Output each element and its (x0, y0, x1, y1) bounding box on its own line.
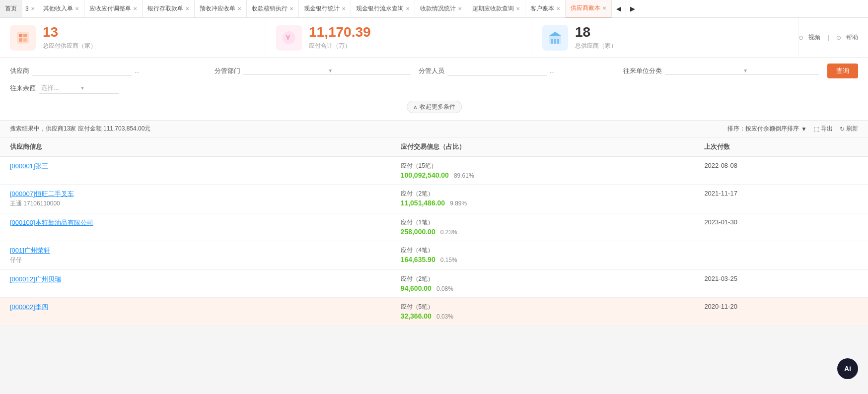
nav-tab-prepay-ar[interactable]: 预收冲应收单 ✕ (195, 0, 247, 18)
pay-label: 应付（1笔） (401, 218, 685, 227)
dept-select[interactable]: ▼ (243, 67, 411, 75)
filter-row-2: 往来余额 选择... ▼ (10, 82, 858, 94)
close-collection-exec[interactable]: ✕ (289, 6, 293, 11)
close-customer-ledger[interactable]: ✕ (556, 6, 560, 11)
nav-tab-ar-ap-adjust[interactable]: 应收应付调整单 ✕ (84, 0, 143, 18)
nav-tab-supplier-ledger-label: 供应商账本 (571, 4, 600, 12)
suppliers-label: 总应付供应商（家） (43, 42, 96, 50)
pay-amount: 94,600.00 (401, 284, 432, 292)
supplier-link[interactable]: [000012]广州贝瑞 (10, 275, 61, 283)
table-wrapper: 供应商信息 应付交易信息（占比） 上次付数 [000001]张三应付（15笔）1… (0, 137, 868, 326)
help-link[interactable]: 帮助 (846, 33, 858, 42)
close-collection-stat[interactable]: ✕ (458, 6, 462, 11)
close-cash-bank-flow[interactable]: ✕ (406, 6, 410, 11)
table-header-row: 供应商信息 应付交易信息（占比） 上次付数 (0, 137, 868, 157)
nav-tab-3[interactable]: 3 ✕ (22, 0, 38, 18)
supplier-table: 供应商信息 应付交易信息（占比） 上次付数 [000001]张三应付（15笔）1… (0, 137, 868, 326)
result-bar: 搜索结果中，供应商13家 应付金额 111,703,854.00元 排序：按应付… (0, 121, 868, 137)
summary-info-total-suppliers: 18 总供应商（家） (575, 25, 617, 51)
collapse-button[interactable]: ∧ 收起更多条件 (407, 101, 462, 113)
circle-icon2: ⊙ (836, 34, 841, 41)
supplier-label: 供应商 (10, 66, 29, 75)
close-bank-deposit[interactable]: ✕ (185, 6, 189, 11)
close-cash-bank-stat[interactable]: ✕ (342, 6, 346, 11)
pay-info-cell: 应付（5笔）32,366.000.03% (391, 298, 695, 326)
export-button[interactable]: ⬚ 导出 (814, 125, 833, 133)
close-tab-3[interactable]: ✕ (31, 6, 35, 11)
balance-select[interactable]: 选择... ▼ (39, 82, 119, 94)
pay-amount: 32,366.00 (401, 312, 432, 320)
supplier-link[interactable]: [000001]张三 (10, 162, 48, 170)
supplier-dots: ... (135, 67, 140, 74)
supplier-info-cell: [001]广州荣轩仔仔 (0, 241, 391, 270)
category-select[interactable]: ▼ (665, 67, 820, 75)
pay-info-cell: 应付（1笔）258,000.000.23% (391, 213, 695, 241)
summary-links: ⊙ 视频 ｜ ⊙ 帮助 (798, 33, 868, 42)
close-ar-ap-adjust[interactable]: ✕ (133, 6, 137, 11)
nav-tab-home[interactable]: 首页 (0, 0, 22, 18)
supplier-info-cell: [000007]恒旺二手叉车王通 17106110000 (0, 185, 391, 213)
nav-next-button[interactable]: ▶ (626, 0, 640, 18)
svg-rect-1 (19, 34, 22, 37)
nav-tab-collection-stat-label: 收款情况统计 (420, 4, 456, 13)
table-row: [000012]广州贝瑞应付（2笔）94,600.000.08%2021-03-… (0, 270, 868, 298)
last-pay-cell (694, 241, 868, 270)
nav-tab-supplier-ledger[interactable]: 供应商账本 ✕ (566, 0, 612, 18)
export-icon: ⬚ (814, 126, 819, 132)
nav-tab-bank-deposit-label: 银行存取款单 (147, 4, 183, 13)
search-button[interactable]: 查询 (827, 64, 858, 78)
nav-tab-prepay-ar-label: 预收冲应收单 (200, 4, 235, 13)
supplier-link[interactable]: [001]广州荣轩 (10, 247, 50, 254)
table-row: [000100]本特勤油品有限公司应付（1笔）258,000.000.23%20… (0, 213, 868, 241)
category-arrow-icon: ▼ (743, 68, 817, 73)
table-row: [000001]张三应付（15笔）100,092,540.0089.61%202… (0, 157, 868, 185)
table-row: [000002]李四应付（5笔）32,366.000.03%2020-11-20 (0, 298, 868, 326)
nav-tab-cash-bank-flow[interactable]: 现金银行流水查询 ✕ (351, 0, 415, 18)
svg-text:¥: ¥ (286, 34, 290, 42)
refresh-label: 刷新 (846, 125, 858, 133)
svg-rect-8 (551, 39, 553, 44)
nav-tab-other-income[interactable]: 其他收入单 ✕ (38, 0, 84, 18)
close-supplier-ledger[interactable]: ✕ (602, 5, 606, 11)
refresh-icon: ↻ (840, 126, 845, 132)
refresh-button[interactable]: ↻ 刷新 (840, 125, 858, 133)
video-link[interactable]: 视频 (808, 33, 820, 42)
total-suppliers-label: 总供应商（家） (575, 42, 617, 50)
category-filter: 往来单位分类 ▼ (623, 66, 820, 75)
dept-label: 分管部门 (215, 66, 240, 75)
nav-tab-ar-ap-adjust-label: 应收应付调整单 (89, 4, 131, 13)
nav-tab-collection-stat[interactable]: 收款情况统计 ✕ (415, 0, 467, 18)
supplier-link[interactable]: [000002]李四 (10, 303, 48, 311)
supplier-input[interactable] (32, 66, 132, 76)
sort-label: 排序：按应付余额倒序排序 (727, 125, 799, 133)
person-dots: ... (550, 67, 555, 74)
nav-tab-overdue-ar[interactable]: 超期应收款查询 ✕ (467, 0, 525, 18)
sort-control[interactable]: 排序：按应付余额倒序排序 ▼ (727, 125, 807, 133)
nav-tab-cash-bank-stat-label: 现金银行统计 (304, 4, 340, 13)
circle-icon: ⊙ (798, 34, 803, 41)
svg-rect-2 (23, 34, 27, 37)
pay-label: 应付（2笔） (401, 190, 685, 198)
nav-tab-collection-exec[interactable]: 收款核销执行 ✕ (247, 0, 299, 18)
nav-tab-customer-ledger[interactable]: 客户账本 ✕ (525, 0, 566, 18)
pay-percent: 89.61% (454, 172, 474, 179)
pay-label: 应付（15笔） (401, 162, 685, 170)
svg-marker-11 (549, 32, 561, 36)
supplier-link[interactable]: [000100]本特勤油品有限公司 (10, 219, 93, 226)
payable-icon: ¥ (276, 25, 302, 51)
pay-info-cell: 应付（15笔）100,092,540.0089.61% (391, 157, 695, 185)
payable-value: 11,170.39 (309, 25, 371, 40)
supplier-icon (10, 25, 36, 51)
close-overdue-ar[interactable]: ✕ (516, 6, 520, 11)
close-prepay-ar[interactable]: ✕ (237, 6, 241, 11)
pay-info-cell: 应付（2笔）94,600.000.08% (391, 270, 695, 298)
supplier-link[interactable]: [000007]恒旺二手叉车 (10, 190, 74, 197)
nav-tab-bank-deposit[interactable]: 银行存取款单 ✕ (143, 0, 195, 18)
balance-placeholder: 选择... (41, 83, 78, 92)
nav-prev-button[interactable]: ◀ (612, 0, 626, 18)
pay-percent: 0.03% (436, 313, 453, 320)
close-other-income[interactable]: ✕ (75, 6, 79, 11)
nav-tab-cash-bank-stat[interactable]: 现金银行统计 ✕ (299, 0, 351, 18)
col-supplier-info: 供应商信息 (0, 137, 391, 157)
person-input[interactable] (447, 66, 547, 76)
